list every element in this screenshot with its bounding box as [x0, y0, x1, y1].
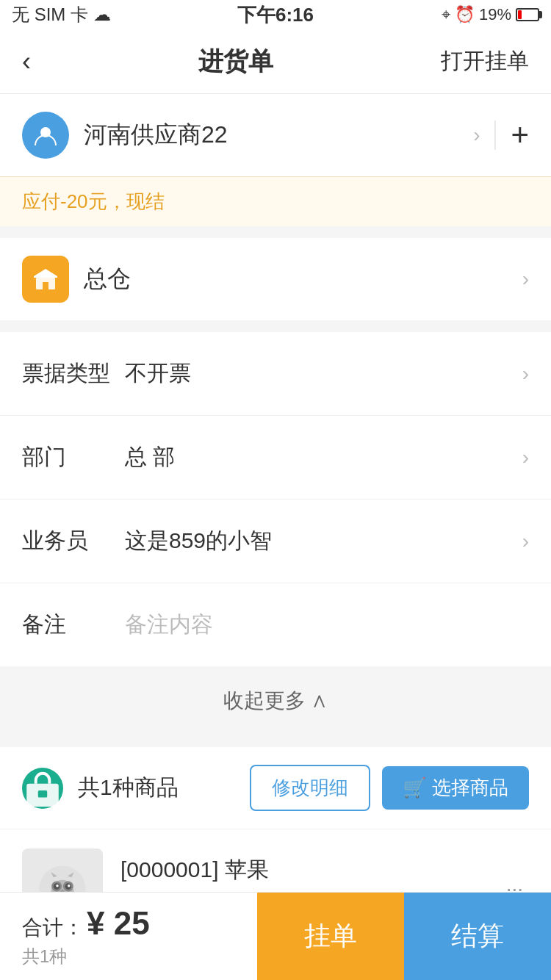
- department-label: 部门: [22, 442, 125, 472]
- supplier-section: 河南供应商22 › + 应付-20元，现结: [0, 94, 551, 226]
- main-content: 河南供应商22 › + 应付-20元，现结 总仓 › 票据类型 不开票 › 部门: [0, 94, 551, 980]
- nav-bar: ‹ 进货单 打开挂单: [0, 29, 551, 94]
- invoice-type-chevron-icon: ›: [522, 362, 529, 386]
- remark-label: 备注: [22, 610, 125, 640]
- salesperson-value: 这是859的小智: [125, 526, 522, 556]
- select-product-button[interactable]: 🛒 选择商品: [382, 766, 529, 810]
- product-icon: [22, 768, 63, 809]
- total-label: 合计：: [22, 914, 84, 942]
- hold-button[interactable]: 挂单: [257, 893, 404, 981]
- warehouse-section[interactable]: 总仓 ›: [0, 238, 551, 320]
- department-chevron-icon: ›: [522, 446, 529, 469]
- supplier-chevron-icon: ›: [473, 123, 480, 147]
- form-section: 票据类型 不开票 › 部门 总 部 › 业务员 这是859的小智 › 备注 备注…: [0, 332, 551, 666]
- status-bar: 无 SIM 卡 ☁ 下午6:16 ⌖ ⏰ 19%: [0, 0, 551, 29]
- checkout-button-label: 结算: [451, 918, 504, 954]
- back-button[interactable]: ‹: [22, 46, 31, 77]
- svg-point-11: [56, 884, 59, 887]
- warehouse-chevron-icon: ›: [522, 267, 529, 291]
- status-right: ⌖ ⏰ 19%: [442, 5, 539, 24]
- svg-rect-4: [38, 790, 47, 797]
- supplier-divider: [494, 120, 496, 150]
- checkout-button[interactable]: 结算: [404, 893, 551, 981]
- remark-row[interactable]: 备注 备注内容: [0, 583, 551, 666]
- warehouse-icon: [22, 256, 69, 303]
- status-left: 无 SIM 卡 ☁: [12, 3, 111, 26]
- svg-point-12: [68, 884, 71, 887]
- status-time: 下午6:16: [237, 2, 314, 28]
- open-pending-button[interactable]: 打开挂单: [441, 46, 529, 76]
- warehouse-name: 总仓: [84, 263, 522, 295]
- add-supplier-button[interactable]: +: [511, 120, 529, 151]
- salesperson-chevron-icon: ›: [522, 530, 529, 553]
- modify-detail-button[interactable]: 修改明细: [250, 765, 370, 811]
- total-amount: ¥ 25: [87, 905, 150, 942]
- battery-icon: [516, 8, 539, 21]
- alarm-icon: ⏰: [455, 5, 475, 24]
- supplier-row[interactable]: 河南供应商22 › +: [0, 94, 551, 176]
- select-product-label: 选择商品: [432, 775, 508, 801]
- hold-button-label: 挂单: [304, 918, 357, 954]
- salesperson-row[interactable]: 业务员 这是859的小智 ›: [0, 500, 551, 583]
- product-name: [0000001] 苹果: [120, 855, 500, 885]
- invoice-type-row[interactable]: 票据类型 不开票 ›: [0, 332, 551, 416]
- department-value: 总 部: [125, 442, 522, 472]
- page-title: 进货单: [198, 45, 273, 79]
- svg-rect-2: [43, 282, 48, 289]
- footer-total: 合计： ¥ 25 共1种: [0, 905, 257, 968]
- network-status: 无 SIM 卡 ☁: [12, 3, 111, 26]
- supplier-avatar: [22, 112, 69, 159]
- cart-icon: 🛒: [403, 777, 426, 799]
- supplier-name: 河南供应商22: [84, 119, 473, 151]
- remark-value[interactable]: 备注内容: [125, 610, 529, 640]
- battery-level: 19%: [479, 5, 511, 24]
- department-row[interactable]: 部门 总 部 ›: [0, 416, 551, 500]
- total-count: 共1种: [22, 945, 235, 968]
- product-header: 共1种商品 修改明细 🛒 选择商品: [0, 747, 551, 829]
- salesperson-label: 业务员: [22, 526, 125, 556]
- collapse-more-button[interactable]: 收起更多 ∧: [0, 666, 551, 735]
- notice-banner: 应付-20元，现结: [0, 176, 551, 226]
- location-icon: ⌖: [442, 5, 450, 24]
- footer: 合计： ¥ 25 共1种 挂单 结算: [0, 892, 551, 980]
- invoice-type-label: 票据类型: [22, 359, 125, 389]
- collapse-more-label: 收起更多 ∧: [223, 687, 328, 715]
- invoice-type-value: 不开票: [125, 359, 522, 389]
- product-count: 共1种商品: [78, 773, 250, 803]
